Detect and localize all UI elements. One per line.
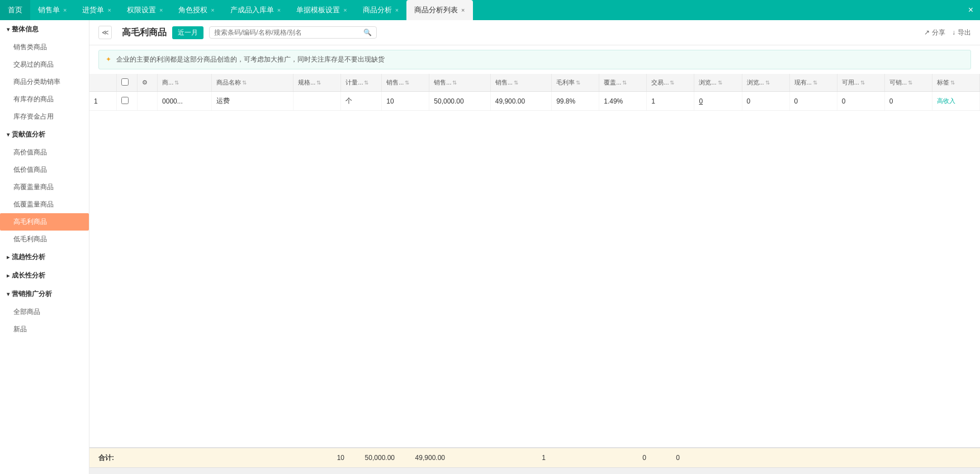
cell-stock_current: 0	[789, 92, 837, 111]
sort-icon-code[interactable]: ⇅	[174, 79, 179, 86]
content-header: ≪ 高毛利商品 近一月 🔍 ↗ 分享 ↓ 导出	[89, 20, 980, 45]
footer-label: 合计:	[98, 453, 114, 463]
col-header-sales_qty: 销售...⇅	[382, 74, 429, 92]
sort-icon-stock_current[interactable]: ⇅	[813, 79, 817, 86]
sidebar-item-低毛利商品[interactable]: 低毛利商品	[0, 231, 89, 248]
nav-item-角色授权[interactable]: 角色授权×	[171, 0, 222, 20]
nav-item-商品分析列表[interactable]: 商品分析列表×	[406, 0, 472, 20]
sort-icon-views1[interactable]: ⇅	[718, 79, 722, 86]
sort-icon-stock_saleable[interactable]: ⇅	[908, 79, 912, 86]
sidebar-group-arrow: ▾	[7, 26, 10, 32]
cell-sales_amount: 50,000.00	[429, 92, 490, 111]
sort-icon-views2[interactable]: ⇅	[765, 79, 770, 86]
sort-icon-sales_qty[interactable]: ⇅	[405, 79, 409, 86]
sidebar-group-营销推广分析[interactable]: ▾营销推广分析	[0, 285, 89, 303]
col-label-views2: 浏览...	[747, 78, 764, 87]
sidebar-item-库存资金占用[interactable]: 库存资金占用	[0, 108, 89, 125]
footer-sales-qty: 10	[315, 454, 349, 462]
sidebar-item-低覆盖量商品[interactable]: 低覆盖量商品	[0, 196, 89, 213]
sidebar-item-商品分类助销率[interactable]: 商品分类助销率	[0, 73, 89, 91]
nav-close-icon[interactable]: ×	[211, 7, 214, 13]
col-label-sales_qty: 销售...	[386, 78, 404, 87]
select-all-checkbox[interactable]	[121, 78, 129, 86]
sort-icon-coverage[interactable]: ⇅	[622, 79, 627, 86]
cell-name: 运费	[212, 92, 293, 111]
sort-icon-sales_profit[interactable]: ⇅	[514, 79, 518, 86]
collapse-sidebar-button[interactable]: ≪	[98, 26, 112, 39]
sidebar-group-贡献值分析[interactable]: ▾贡献值分析	[0, 125, 89, 144]
table-footer: 合计: 10 50,000.00 49,900.00 1 0 0	[89, 447, 980, 467]
col-header-tag: 标签⇅	[932, 74, 979, 92]
sidebar-item-高覆盖量商品[interactable]: 高覆盖量商品	[0, 179, 89, 196]
col-header-name: 商品名称⇅	[212, 74, 293, 92]
horizontal-scrollbar[interactable]	[89, 467, 980, 474]
col-label-sales_profit: 销售...	[495, 78, 513, 87]
search-input[interactable]	[214, 29, 363, 36]
col-label-stock_current: 现有...	[794, 78, 812, 87]
nav-close-icon[interactable]: ×	[159, 7, 163, 13]
sidebar-group-整体信息[interactable]: ▾整体信息	[0, 20, 89, 39]
nav-close-icon[interactable]: ×	[461, 7, 465, 13]
cell-stock_saleable: 0	[884, 92, 932, 111]
nav-item-权限设置[interactable]: 权限设置×	[119, 0, 171, 20]
time-filter-button[interactable]: 近一月	[172, 26, 203, 39]
col-header-sales_profit: 销售...⇅	[490, 74, 551, 92]
info-bar: ✦ 企业的主要的利润都是这部分商品创造的，可考虑加大推广，同时关注库存是不要出现…	[98, 50, 971, 69]
nav-close-icon[interactable]: ×	[343, 7, 347, 13]
sort-icon-unit[interactable]: ⇅	[364, 79, 368, 86]
sidebar-item-高毛利商品[interactable]: 高毛利商品	[0, 213, 89, 231]
row-checkbox[interactable]	[121, 97, 129, 104]
col-header-sales_amount: 销售...⇅	[429, 74, 490, 92]
sort-icon-sales_amount[interactable]: ⇅	[452, 79, 457, 86]
col-label-transactions: 交易...	[651, 78, 669, 87]
nav-item-商品分析[interactable]: 商品分析×	[355, 0, 406, 20]
nav-close-icon[interactable]: ×	[277, 7, 281, 13]
sort-icon-spec[interactable]: ⇅	[316, 79, 321, 86]
sidebar-item-销售类商品[interactable]: 销售类商品	[0, 39, 89, 56]
cell-views2: 0	[742, 92, 789, 111]
sidebar-item-全部商品[interactable]: 全部商品	[0, 303, 89, 321]
col-label-unit: 计量...	[345, 78, 363, 87]
sidebar-group-成长性分析[interactable]: ▸成长性分析	[0, 266, 89, 285]
cell-views1[interactable]: 0	[694, 92, 742, 111]
nav-item-销售单[interactable]: 销售单×	[30, 0, 74, 20]
nav-close-icon[interactable]: ×	[107, 7, 111, 13]
nav-close-icon[interactable]: ×	[63, 7, 67, 13]
col-header-stock_current: 现有...⇅	[789, 74, 837, 92]
sort-icon-tag[interactable]: ⇅	[950, 79, 955, 86]
nav-item-首页[interactable]: 首页	[0, 0, 30, 20]
sort-icon-transactions[interactable]: ⇅	[670, 79, 674, 86]
col-header-checkbox[interactable]	[117, 74, 137, 92]
sidebar-item-低价值商品[interactable]: 低价值商品	[0, 161, 89, 179]
sidebar-group-label: 整体信息	[12, 25, 39, 34]
sidebar-item-高价值商品[interactable]: 高价值商品	[0, 144, 89, 161]
sidebar-item-交易过的商品[interactable]: 交易过的商品	[0, 56, 89, 73]
col-header-settings[interactable]: ⚙	[137, 74, 157, 92]
cell-checkbox	[117, 92, 137, 111]
col-label-name: 商品名称	[216, 78, 241, 87]
close-all-button[interactable]: ×	[962, 0, 980, 20]
nav-close-icon[interactable]: ×	[395, 7, 399, 13]
views-link[interactable]: 0	[699, 97, 703, 105]
sort-icon-name[interactable]: ⇅	[242, 79, 247, 86]
col-header-stock_available: 可用...⇅	[837, 74, 884, 92]
col-label-stock_available: 可用...	[842, 78, 859, 87]
sidebar-item-有库存的商品[interactable]: 有库存的商品	[0, 91, 89, 108]
cell-transactions: 1	[647, 92, 694, 111]
export-icon: ↓	[952, 29, 955, 36]
nav-item-产成品入库单[interactable]: 产成品入库单×	[222, 0, 288, 20]
search-icon[interactable]: 🔍	[363, 29, 372, 36]
footer-values: 10 50,000.00 49,900.00 1 0 0	[125, 454, 971, 462]
nav-item-进货单[interactable]: 进货单×	[74, 0, 119, 20]
export-button[interactable]: ↓ 导出	[952, 28, 971, 37]
sidebar-group-arrow: ▾	[7, 291, 10, 297]
cell-settings	[137, 92, 157, 111]
nav-item-单据模板设置[interactable]: 单据模板设置×	[288, 0, 354, 20]
sort-icon-stock_available[interactable]: ⇅	[860, 79, 865, 86]
sidebar-group-流趋性分析[interactable]: ▸流趋性分析	[0, 248, 89, 266]
table-container[interactable]: ⚙商...⇅商品名称⇅规格...⇅计量...⇅销售...⇅销售...⇅销售...…	[89, 74, 980, 447]
sidebar-item-新品[interactable]: 新品	[0, 321, 89, 338]
sort-icon-gross_margin[interactable]: ⇅	[576, 79, 580, 86]
share-button[interactable]: ↗ 分享	[924, 28, 945, 37]
settings-icon[interactable]: ⚙	[142, 79, 148, 86]
